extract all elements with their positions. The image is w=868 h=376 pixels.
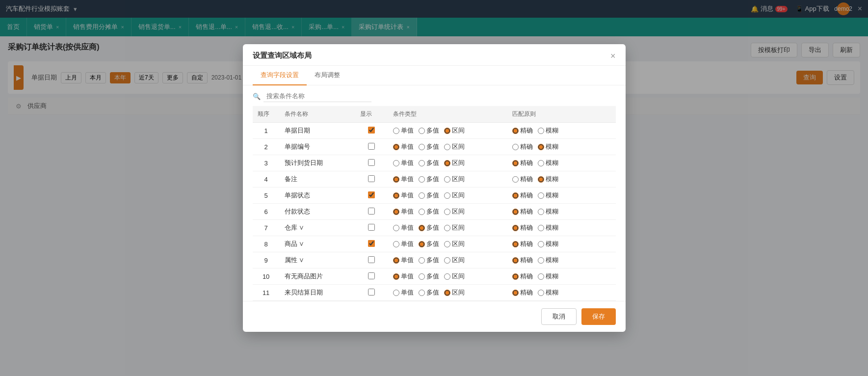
show-checkbox-10[interactable]: [368, 289, 375, 295]
type-radio-6-区间[interactable]: [444, 225, 450, 231]
type-option-3-多值[interactable]: 多值: [419, 175, 439, 184]
match-option-8-模糊[interactable]: 模糊: [538, 256, 558, 265]
type-option-2-多值[interactable]: 多值: [419, 159, 439, 167]
type-radio-1-单值[interactable]: [393, 144, 399, 150]
search-input[interactable]: [263, 90, 371, 102]
type-option-8-单值[interactable]: 单值: [393, 256, 414, 265]
type-radio-0-区间[interactable]: [444, 128, 450, 134]
type-option-3-单值[interactable]: 单值: [393, 175, 414, 184]
show-checkbox-7[interactable]: [368, 240, 375, 247]
type-radio-5-多值[interactable]: [419, 209, 425, 215]
type-option-5-多值[interactable]: 多值: [419, 207, 439, 216]
type-option-8-区间[interactable]: 区间: [444, 256, 465, 265]
match-option-4-模糊[interactable]: 模糊: [538, 191, 558, 200]
type-radio-8-单值[interactable]: [393, 257, 399, 264]
match-radio-8-精确[interactable]: [512, 257, 519, 264]
dialog-tab-layout[interactable]: 布局调整: [307, 66, 348, 85]
match-radio-2-精确[interactable]: [512, 160, 519, 166]
type-radio-8-多值[interactable]: [419, 257, 425, 264]
row-show-1[interactable]: [355, 139, 388, 155]
type-option-4-区间[interactable]: 区间: [444, 191, 465, 200]
match-option-6-模糊[interactable]: 模糊: [538, 223, 558, 232]
row-show-4[interactable]: [355, 188, 388, 204]
match-radio-3-精确[interactable]: [512, 176, 519, 183]
match-radio-7-模糊[interactable]: [538, 241, 544, 247]
type-radio-5-单值[interactable]: [393, 209, 399, 215]
type-option-3-区间[interactable]: 区间: [444, 175, 465, 184]
match-radio-1-精确[interactable]: [512, 144, 519, 150]
match-radio-8-模糊[interactable]: [538, 257, 544, 264]
type-option-5-单值[interactable]: 单值: [393, 207, 414, 216]
type-radio-6-单值[interactable]: [393, 225, 399, 231]
match-radio-2-模糊[interactable]: [538, 160, 544, 166]
match-option-2-模糊[interactable]: 模糊: [538, 159, 558, 167]
row-show-2[interactable]: [355, 155, 388, 171]
show-checkbox-9[interactable]: [368, 272, 375, 279]
type-option-1-区间[interactable]: 区间: [444, 142, 465, 151]
match-radio-5-精确[interactable]: [512, 209, 519, 215]
match-option-7-精确[interactable]: 精确: [512, 240, 533, 248]
match-option-10-精确[interactable]: 精确: [512, 288, 533, 297]
match-option-10-模糊[interactable]: 模糊: [538, 288, 558, 297]
show-checkbox-1[interactable]: [368, 143, 375, 150]
match-radio-9-模糊[interactable]: [538, 273, 544, 280]
show-checkbox-2[interactable]: [368, 159, 375, 166]
match-option-7-模糊[interactable]: 模糊: [538, 240, 558, 248]
type-radio-7-多值[interactable]: [419, 241, 425, 247]
dialog-close-btn[interactable]: ×: [610, 52, 616, 60]
match-radio-4-模糊[interactable]: [538, 192, 544, 199]
row-show-7[interactable]: [355, 236, 388, 252]
type-option-6-单值[interactable]: 单值: [393, 223, 414, 232]
type-option-0-单值[interactable]: 单值: [393, 126, 414, 135]
type-radio-2-多值[interactable]: [419, 160, 425, 166]
type-option-9-区间[interactable]: 区间: [444, 272, 465, 281]
match-radio-7-精确[interactable]: [512, 241, 519, 247]
type-radio-1-多值[interactable]: [419, 144, 425, 150]
match-option-1-精确[interactable]: 精确: [512, 142, 533, 151]
show-checkbox-4[interactable]: [368, 191, 375, 198]
type-radio-3-单值[interactable]: [393, 176, 399, 183]
type-radio-9-多值[interactable]: [419, 273, 425, 280]
type-option-0-区间[interactable]: 区间: [444, 126, 465, 135]
type-option-4-单值[interactable]: 单值: [393, 191, 414, 200]
type-radio-7-单值[interactable]: [393, 241, 399, 247]
match-option-6-精确[interactable]: 精确: [512, 223, 533, 232]
match-radio-3-模糊[interactable]: [538, 176, 544, 183]
type-radio-6-多值[interactable]: [419, 225, 425, 231]
match-radio-10-模糊[interactable]: [538, 290, 544, 296]
match-radio-5-模糊[interactable]: [538, 209, 544, 215]
save-btn[interactable]: 保存: [581, 308, 616, 325]
match-option-3-模糊[interactable]: 模糊: [538, 175, 558, 184]
type-radio-8-区间[interactable]: [444, 257, 450, 264]
type-radio-9-区间[interactable]: [444, 273, 450, 280]
row-show-10[interactable]: [355, 285, 388, 301]
type-option-7-单值[interactable]: 单值: [393, 240, 414, 248]
match-option-3-精确[interactable]: 精确: [512, 175, 533, 184]
match-option-1-模糊[interactable]: 模糊: [538, 142, 558, 151]
show-checkbox-3[interactable]: [368, 175, 375, 182]
type-radio-9-单值[interactable]: [393, 273, 399, 280]
type-option-7-区间[interactable]: 区间: [444, 240, 465, 248]
match-option-2-精确[interactable]: 精确: [512, 159, 533, 167]
match-radio-0-模糊[interactable]: [538, 128, 544, 134]
type-option-1-单值[interactable]: 单值: [393, 142, 414, 151]
match-radio-9-精确[interactable]: [512, 273, 519, 280]
type-option-2-单值[interactable]: 单值: [393, 159, 414, 167]
type-radio-10-区间[interactable]: [444, 290, 450, 296]
row-show-6[interactable]: [355, 220, 388, 236]
match-option-8-精确[interactable]: 精确: [512, 256, 533, 265]
type-option-4-多值[interactable]: 多值: [419, 191, 439, 200]
match-radio-4-精确[interactable]: [512, 192, 519, 199]
match-option-0-模糊[interactable]: 模糊: [538, 126, 558, 135]
match-radio-10-精确[interactable]: [512, 290, 519, 296]
type-option-6-区间[interactable]: 区间: [444, 223, 465, 232]
show-checkbox-8[interactable]: [368, 256, 375, 263]
type-option-6-多值[interactable]: 多值: [419, 223, 439, 232]
type-radio-2-单值[interactable]: [393, 160, 399, 166]
type-option-0-多值[interactable]: 多值: [419, 126, 439, 135]
type-radio-0-单值[interactable]: [393, 128, 399, 134]
show-checkbox-5[interactable]: [368, 208, 375, 215]
match-radio-6-模糊[interactable]: [538, 225, 544, 231]
type-radio-0-多值[interactable]: [419, 128, 425, 134]
type-option-1-多值[interactable]: 多值: [419, 142, 439, 151]
